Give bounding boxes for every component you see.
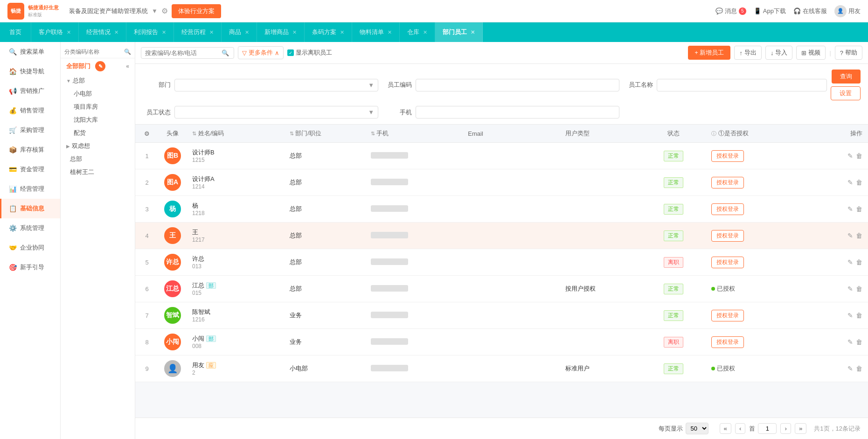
dept-item-shenyang[interactable]: 沈阳大库 — [61, 113, 135, 126]
sidebar-item-system[interactable]: ⚙️ 系统管理 — [0, 218, 60, 238]
tab-bom[interactable]: 物料清单 ✕ — [352, 22, 400, 42]
empname-filter-input[interactable] — [657, 79, 827, 91]
sort-icon-dept[interactable]: ⇅ — [290, 131, 294, 136]
set-btn[interactable]: 设置 — [831, 86, 861, 100]
tab-barcode[interactable]: 条码方案 ✕ — [305, 22, 352, 42]
view-btn[interactable]: ⊞ 视频 — [796, 46, 826, 60]
tab-goods[interactable]: 商品 ✕ — [222, 22, 257, 42]
tab-history[interactable]: 经营历程 ✕ — [174, 22, 222, 42]
dept-item-zongbu2[interactable]: 总部 — [61, 153, 135, 166]
delete-icon[interactable]: 🗑 — [856, 338, 862, 346]
sidebar-item-search[interactable]: 🔍 搜索菜单 — [0, 42, 60, 62]
edit-icon[interactable]: ✎ — [847, 338, 853, 346]
last-page-btn[interactable]: » — [795, 423, 806, 434]
edit-icon[interactable]: ✎ — [847, 152, 853, 160]
edit-icon[interactable]: ✎ — [847, 205, 853, 213]
edit-icon[interactable]: ✎ — [847, 179, 853, 186]
tab-operation[interactable]: 经营情况 ✕ — [79, 22, 126, 42]
status-filter-select[interactable]: ▼ — [174, 106, 378, 118]
sidebar-item-sales[interactable]: 💰 销售管理 — [0, 101, 60, 120]
edit-icon[interactable]: ✎ — [847, 258, 853, 266]
tab-home[interactable]: 首页 — [0, 22, 31, 42]
phone-filter-input[interactable] — [416, 106, 619, 118]
auth-login-btn[interactable]: 授权登录 — [711, 257, 744, 268]
tab-close-dept-employee[interactable]: ✕ — [471, 29, 475, 35]
dept-group-shuanglv[interactable]: ▶ 双虑想 — [61, 139, 135, 153]
experience-button[interactable]: 体验行业方案 — [172, 4, 221, 18]
tab-close-profit[interactable]: ✕ — [162, 29, 166, 35]
app-download-link[interactable]: 📱 App下载 — [754, 7, 786, 15]
edit-icon[interactable]: ✎ — [847, 312, 853, 319]
auth-login-btn[interactable]: 授权登录 — [711, 336, 744, 348]
sidebar-item-basic-info[interactable]: 📋 基础信息 — [0, 199, 60, 218]
sort-icon-name[interactable]: ⇅ — [192, 131, 196, 136]
dept-item-zhishu[interactable]: 植树王二 — [61, 166, 135, 179]
add-employee-btn[interactable]: + 新增员工 — [688, 46, 730, 60]
settings-col-icon[interactable]: ⚙ — [144, 130, 150, 137]
sidebar-item-purchase[interactable]: 🛒 采购管理 — [0, 120, 60, 140]
tab-close-bom[interactable]: ✕ — [388, 29, 392, 35]
edit-icon[interactable]: ✎ — [847, 285, 853, 293]
dept-filter-select[interactable]: ▼ — [174, 79, 378, 91]
user-avatar[interactable]: 👤 用友 — [834, 5, 861, 17]
show-resigned-toggle[interactable]: ✓ 显示离职员工 — [287, 49, 332, 57]
tab-close-barcode[interactable]: ✕ — [340, 29, 344, 35]
edit-dept-btn[interactable]: ✎ — [95, 61, 105, 71]
tab-close-history[interactable]: ✕ — [209, 29, 214, 35]
sidebar-item-collab[interactable]: 🤝 企业协同 — [0, 238, 60, 258]
edit-icon[interactable]: ✎ — [847, 365, 853, 372]
sidebar-item-quicknav[interactable]: 🏠 快捷导航 — [0, 62, 60, 81]
export-btn[interactable]: ↑ 导出 — [734, 46, 762, 60]
online-service-link[interactable]: 🎧 在线客服 — [793, 7, 827, 15]
search-icon-btn[interactable]: 🔍 — [222, 49, 229, 56]
sidebar-item-guide[interactable]: 🎯 新手引导 — [0, 258, 60, 277]
tab-close-new-goods[interactable]: ✕ — [292, 29, 297, 35]
tab-close-warehouse[interactable]: ✕ — [423, 29, 427, 35]
delete-icon[interactable]: 🗑 — [856, 258, 862, 266]
tab-close-customer[interactable]: ✕ — [67, 29, 71, 35]
settings-icon[interactable]: ⚙ — [161, 7, 168, 15]
tab-close-goods[interactable]: ✕ — [245, 29, 249, 35]
auth-login-btn[interactable]: 授权登录 — [711, 230, 744, 242]
prev-page-btn[interactable]: ‹ — [735, 423, 745, 434]
tab-new-goods[interactable]: 新增商品 ✕ — [257, 22, 305, 42]
sidebar-item-marketing[interactable]: 📢 营销推广 — [0, 81, 60, 101]
edit-icon[interactable]: ✎ — [847, 232, 853, 239]
auth-login-btn[interactable]: 授权登录 — [711, 310, 744, 321]
collapse-tree-btn[interactable]: « — [126, 63, 129, 70]
col-settings[interactable]: ⚙ — [135, 125, 159, 143]
sidebar-item-inventory[interactable]: 📦 库存核算 — [0, 140, 60, 160]
first-page-btn[interactable]: « — [720, 423, 731, 434]
dropdown-icon[interactable]: ▼ — [152, 7, 158, 14]
next-page-btn[interactable]: › — [780, 423, 791, 434]
tab-close-operation[interactable]: ✕ — [114, 29, 118, 35]
import-btn[interactable]: ↓ 导入 — [765, 46, 793, 60]
delete-icon[interactable]: 🗑 — [856, 285, 862, 293]
sidebar-item-finance[interactable]: 💳 资金管理 — [0, 160, 60, 179]
show-resigned-checkbox[interactable]: ✓ — [287, 49, 294, 56]
messages-link[interactable]: 💬 消息 5 — [715, 7, 746, 15]
delete-icon[interactable]: 🗑 — [856, 365, 862, 372]
help-btn[interactable]: ? 帮助 — [835, 46, 862, 60]
dept-item-xiaodian[interactable]: 小电部 — [61, 87, 135, 100]
page-number-input[interactable] — [758, 423, 777, 434]
dept-item-project[interactable]: 项目库房 — [61, 100, 135, 113]
delete-icon[interactable]: 🗑 — [856, 205, 862, 213]
sort-icon-phone[interactable]: ⇅ — [371, 131, 375, 136]
auth-login-btn[interactable]: 授权登录 — [711, 203, 744, 215]
delete-icon[interactable]: 🗑 — [856, 312, 862, 319]
dept-search-input[interactable] — [64, 49, 122, 55]
empcode-filter-input[interactable] — [416, 79, 619, 91]
delete-icon[interactable]: 🗑 — [856, 152, 862, 160]
auth-login-btn[interactable]: 授权登录 — [711, 150, 744, 162]
page-size-select[interactable]: 50 — [686, 423, 708, 434]
query-btn[interactable]: 查询 — [832, 70, 861, 84]
more-filter-btn[interactable]: ▽ 更多条件 ∧ — [238, 46, 284, 59]
dept-item-peihuo[interactable]: 配货 — [61, 126, 135, 139]
sidebar-item-management[interactable]: 📊 经营管理 — [0, 179, 60, 199]
dept-group-zonbu[interactable]: ▼ 总部 — [61, 74, 135, 87]
search-input[interactable] — [145, 49, 220, 56]
auth-login-btn[interactable]: 授权登录 — [711, 177, 744, 188]
delete-icon[interactable]: 🗑 — [856, 232, 862, 239]
tab-dept-employee[interactable]: 部门员工 ✕ — [435, 22, 483, 42]
